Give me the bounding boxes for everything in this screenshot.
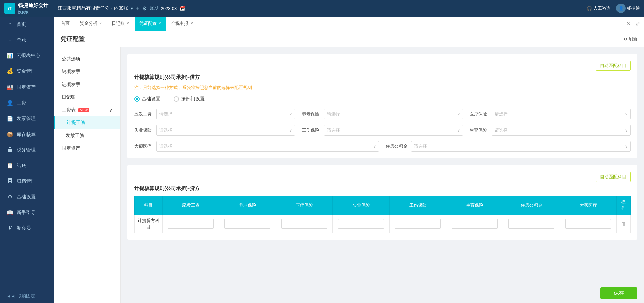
th-subject: 科目 [135, 196, 163, 215]
medical-select[interactable]: 请选择 ∨ [492, 109, 631, 119]
debit-form-row2: 大额医疗 请选择 ∨ 住房公积金 请选择 ∨ [134, 141, 631, 152]
pension-select[interactable]: 请选择 ∨ [324, 109, 463, 119]
left-nav-pay-payroll[interactable]: 发放工资 [54, 129, 120, 142]
housing-fund-arrow: ∨ [625, 144, 628, 149]
close-tab-button[interactable]: ✕ [625, 19, 632, 28]
page-header: 凭证配置 ↻ 刷新 [54, 31, 644, 47]
tab-tax-return[interactable]: 个税申报 × [166, 17, 198, 31]
tab-voucher-config[interactable]: 凭证配置 × [135, 17, 166, 31]
unemployment-placeholder: 请选择 [159, 127, 172, 133]
unpin-label: 取消固定 [17, 293, 35, 299]
sidebar-item-reports[interactable]: 📊 云报表中心 [0, 48, 54, 63]
td-subject-label: 计提贷方科目 [135, 215, 163, 233]
credit-unemployment-input[interactable] [338, 219, 384, 229]
field-medical: 医疗保险 请选择 ∨ [470, 109, 631, 119]
add-button[interactable]: + [136, 5, 140, 12]
tab-journal-close[interactable]: × [127, 21, 129, 26]
sidebar-label-reports: 云报表中心 [17, 53, 40, 59]
credit-large-medical-input[interactable] [565, 219, 611, 229]
td-housing-val [503, 215, 560, 233]
sidebar-label-ledger: 总账 [17, 37, 26, 43]
housing-fund-label: 住房公积金 [386, 143, 408, 149]
tab-bar: 首页 资金分析 × 日记账 × 凭证配置 × 个税申报 × ✕ ⤢ [54, 17, 644, 31]
left-nav-public[interactable]: 公共选项 [54, 53, 120, 65]
sidebar-item-vip[interactable]: V 畅会员 [0, 220, 54, 236]
credit-section: 自动匹配科目 计提核算规则(公司承担)-贷方 科目 应发工资 养老保险 医疗保险 [127, 165, 637, 240]
credit-housing-input[interactable] [508, 219, 554, 229]
tab-journal[interactable]: 日记账 × [107, 17, 134, 31]
radio-basic[interactable]: 基础设置 [134, 96, 160, 102]
large-medical-select[interactable]: 请选择 ∨ [156, 141, 379, 152]
gross-pay-placeholder: 请选择 [159, 111, 172, 117]
save-button[interactable]: 保存 [600, 287, 637, 299]
company-dropdown-icon[interactable]: ▾ [131, 6, 133, 11]
medical-arrow: ∨ [625, 112, 628, 116]
th-maternity: 生育保险 [446, 196, 503, 215]
maternity-label: 生育保险 [470, 127, 488, 133]
maternity-select[interactable]: 请选择 ∨ [492, 125, 631, 136]
sidebar-item-archive[interactable]: 🗄 归档管理 [0, 173, 54, 189]
main-layout: ⌂ 首页 ≡ 总账 📊 云报表中心 💰 资金管理 🏭 固定资产 👤 工资 📄 发… [0, 17, 644, 303]
left-nav-sales-invoice[interactable]: 销项发票 [54, 65, 120, 78]
unpin-button[interactable]: ◄◄ 取消固定 [0, 289, 54, 303]
sidebar-item-ledger[interactable]: ≡ 总账 [0, 32, 54, 48]
calendar-icon[interactable]: 📅 [179, 6, 185, 11]
field-unemployment: 失业保险 请选择 ∨ [134, 125, 295, 136]
sidebar-item-funds[interactable]: 💰 资金管理 [0, 63, 54, 79]
expand-icon: ∨ [109, 107, 112, 113]
tab-home[interactable]: 首页 [56, 17, 74, 31]
refresh-button[interactable]: ↻ 刷新 [624, 36, 637, 42]
username: 畅捷通 [627, 5, 640, 11]
large-medical-placeholder: 请选择 [159, 143, 172, 149]
housing-fund-select[interactable]: 请选择 ∨ [411, 141, 631, 152]
debit-section-note: 注：只能选择一种方式，系统将按照您当前的选择来配置规则 [134, 85, 631, 91]
sidebar-item-base-settings[interactable]: ⚙ 基础设置 [0, 189, 54, 205]
tab-tax-return-close[interactable]: × [191, 21, 193, 26]
th-gross-pay: 应发工资 [162, 196, 219, 215]
credit-auto-match-button[interactable]: 自动匹配科目 [596, 172, 631, 182]
maternity-placeholder: 请选择 [495, 127, 508, 133]
topbar-center: 江西服宝精品有限责任公司内账张 ▾ + ⚙ 账期 2023-03 📅 [58, 5, 185, 12]
tab-voucher-config-label: 凭证配置 [139, 20, 157, 27]
settings-icon[interactable]: ⚙ [142, 5, 147, 12]
injury-select[interactable]: 请选择 ∨ [324, 125, 463, 136]
left-nav-payroll-table[interactable]: 工资表 NEW ∨ [54, 104, 120, 116]
credit-pension-input[interactable] [224, 219, 270, 229]
sidebar-item-guide[interactable]: 📖 新手引导 [0, 205, 54, 220]
left-nav-journal[interactable]: 日记账 [54, 91, 120, 104]
credit-injury-input[interactable] [395, 219, 441, 229]
sidebar-item-tax[interactable]: 🏛 税务管理 [0, 142, 54, 158]
sidebar-item-inventory[interactable]: 📦 库存核算 [0, 127, 54, 142]
left-nav-accrue-payroll[interactable]: 计提工资 [54, 116, 120, 129]
sidebar-label-vip: 畅会员 [17, 225, 31, 231]
unemployment-select[interactable]: 请选择 ∨ [156, 125, 295, 136]
th-injury: 工伤保险 [389, 196, 446, 215]
archive-icon: 🗄 [7, 178, 13, 184]
gross-pay-select[interactable]: 请选择 ∨ [156, 109, 295, 119]
tab-fund-analysis-close[interactable]: × [99, 21, 102, 26]
field-housing-fund: 住房公积金 请选择 ∨ [386, 141, 631, 152]
credit-medical-input[interactable] [281, 219, 327, 229]
help-button[interactable]: 🎧 人工咨询 [587, 5, 611, 11]
radio-dept[interactable]: 按部门设置 [174, 96, 205, 102]
sidebar-label-checkout: 结账 [17, 163, 26, 169]
left-nav-purchase-invoice[interactable]: 进项发票 [54, 78, 120, 91]
sidebar-item-assets[interactable]: 🏭 固定资产 [0, 79, 54, 95]
delete-row-button[interactable]: 🗑 [621, 221, 626, 227]
left-nav-fixed-assets[interactable]: 固定资产 [54, 142, 120, 155]
page-title: 凭证配置 [60, 35, 85, 43]
sidebar-item-salary[interactable]: 👤 工资 [0, 95, 54, 111]
tab-fund-analysis[interactable]: 资金分析 × [75, 17, 106, 31]
vip-icon: V [7, 225, 13, 231]
credit-gross-pay-input[interactable] [168, 219, 214, 229]
expand-tab-button[interactable]: ⤢ [634, 19, 641, 28]
debit-auto-match-button[interactable]: 自动匹配科目 [596, 61, 631, 71]
tab-tax-return-label: 个税申报 [171, 20, 189, 27]
sidebar-item-invoice[interactable]: 📄 发票管理 [0, 111, 54, 127]
sidebar-label-funds: 资金管理 [17, 68, 36, 74]
tab-voucher-config-close[interactable]: × [159, 21, 161, 26]
user-menu[interactable]: 👤 畅捷通 [616, 4, 640, 13]
sidebar-item-checkout[interactable]: 📋 结账 [0, 158, 54, 173]
credit-maternity-input[interactable] [452, 219, 498, 229]
sidebar-item-home[interactable]: ⌂ 首页 [0, 17, 54, 32]
